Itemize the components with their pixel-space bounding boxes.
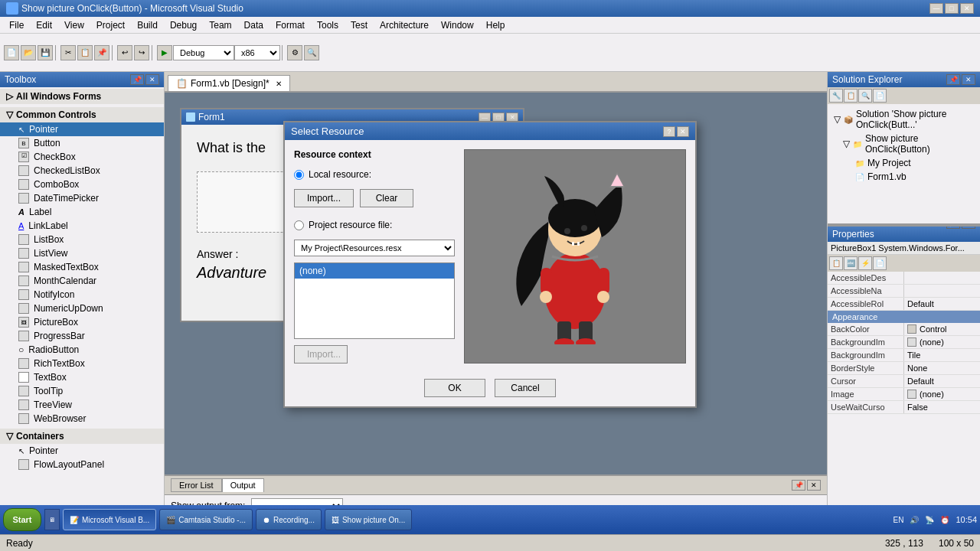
toolbar-save[interactable]: 💾: [38, 45, 53, 60]
debug-combo[interactable]: Debug: [173, 45, 234, 60]
toolbox-container-pointer[interactable]: ↖ Pointer: [0, 444, 164, 458]
toolbox-radiobutton[interactable]: ○ RadioButton: [0, 343, 164, 357]
start-button[interactable]: Start: [3, 508, 41, 531]
toolbox-maskedtextbox[interactable]: MaskedTextBox: [0, 260, 164, 274]
props-catview[interactable]: 📋: [829, 256, 843, 270]
import-button-2[interactable]: Import...: [294, 345, 348, 364]
toolbar-paste[interactable]: 📌: [94, 45, 109, 60]
resource-list[interactable]: (none): [294, 262, 455, 339]
se-btn1[interactable]: 🔧: [829, 89, 843, 103]
toolbox-textbox[interactable]: TextBox: [0, 370, 164, 384]
toolbox-close[interactable]: ✕: [145, 74, 159, 85]
toolbox-picturebox[interactable]: 🖼 PictureBox: [0, 315, 164, 329]
ok-button[interactable]: OK: [424, 379, 485, 397]
toolbox-treeview[interactable]: TreeView: [0, 398, 164, 412]
import-button-1[interactable]: Import...: [294, 189, 354, 207]
toolbox-datetimepicker[interactable]: DateTimePicker: [0, 191, 164, 205]
dialog-close-button[interactable]: ✕: [677, 126, 689, 137]
prop-image[interactable]: Image (none): [828, 388, 980, 401]
toolbox-listbox[interactable]: ListBox: [0, 233, 164, 246]
menu-test[interactable]: Test: [345, 18, 374, 32]
props-close[interactable]: ✕: [962, 225, 975, 229]
project-resource-radio[interactable]: [294, 220, 304, 230]
cancel-button[interactable]: Cancel: [495, 379, 556, 397]
resource-list-item[interactable]: (none): [295, 263, 454, 279]
prop-backgroundimage[interactable]: BackgroundIm (none): [828, 336, 980, 349]
toolbox-notifyicon[interactable]: NotifyIcon: [0, 288, 164, 302]
props-pin[interactable]: 📌: [946, 225, 960, 229]
toolbox-pointer[interactable]: ↖ Pointer: [0, 122, 164, 136]
prop-backcolor[interactable]: BackColor Control: [828, 323, 980, 336]
local-resource-radio[interactable]: [294, 170, 304, 180]
toolbar-extra1[interactable]: ⚙: [287, 45, 302, 60]
menu-project[interactable]: Project: [90, 18, 131, 32]
maximize-button[interactable]: □: [945, 3, 959, 14]
menu-help[interactable]: Help: [480, 18, 511, 32]
close-button[interactable]: ✕: [960, 3, 974, 14]
toolbox-label[interactable]: A Label: [0, 205, 164, 219]
toolbar-undo[interactable]: ↩: [117, 45, 132, 60]
toolbar-extra2[interactable]: 🔍: [304, 45, 319, 60]
menu-team[interactable]: Team: [203, 18, 237, 32]
prop-backgroundimagelayout[interactable]: BackgroundIm Tile: [828, 349, 980, 362]
props-proppage[interactable]: 📄: [873, 256, 887, 270]
taskbar-camtasia[interactable]: 🎬 Camtasia Studio -...: [159, 509, 253, 530]
toolbar-new[interactable]: 📄: [4, 45, 19, 60]
toolbox-webbrowser[interactable]: WebBrowser: [0, 412, 164, 425]
toolbox-linklabel[interactable]: A LinkLabel: [0, 219, 164, 233]
form-tab[interactable]: 📋 Form1.vb [Design]* ✕: [168, 75, 290, 91]
toolbox-tooltip[interactable]: ToolTip: [0, 384, 164, 398]
dialog-help-button[interactable]: ?: [663, 126, 675, 137]
title-buttons[interactable]: — □ ✕: [929, 3, 974, 14]
menu-data[interactable]: Data: [238, 18, 270, 32]
toolbar-open[interactable]: 📂: [21, 45, 36, 60]
output-tab[interactable]: Output: [222, 478, 264, 492]
se-pin[interactable]: 📌: [946, 74, 960, 85]
toolbar-run[interactable]: ▶: [157, 45, 172, 60]
menu-edit[interactable]: Edit: [30, 18, 58, 32]
menu-format[interactable]: Format: [270, 18, 311, 32]
error-list-tab[interactable]: Error List: [171, 478, 222, 492]
resource-dropdown[interactable]: My Project\Resources.resx: [294, 240, 455, 256]
platform-combo[interactable]: x86: [234, 45, 280, 60]
toolbox-combobox[interactable]: ComboBox: [0, 178, 164, 191]
menu-tools[interactable]: Tools: [311, 18, 345, 32]
toolbox-pin[interactable]: 📌: [130, 74, 144, 85]
prop-usewaitcursor[interactable]: UseWaitCurso False: [828, 401, 980, 414]
props-events[interactable]: ⚡: [858, 256, 872, 270]
containers-header[interactable]: ▽ Containers: [0, 429, 164, 444]
menu-view[interactable]: View: [58, 18, 90, 32]
se-btn2[interactable]: 📋: [844, 89, 858, 103]
output-close[interactable]: ✕: [807, 480, 821, 491]
menu-build[interactable]: Build: [131, 18, 164, 32]
form1-node[interactable]: 📄 Form1.vb: [831, 170, 977, 184]
tab-close-button[interactable]: ✕: [276, 80, 282, 88]
toolbox-richtextbox[interactable]: RichTextBox: [0, 357, 164, 370]
toolbar-redo[interactable]: ↪: [134, 45, 149, 60]
menu-file[interactable]: File: [3, 18, 30, 32]
toolbar-copy[interactable]: 📋: [77, 45, 93, 60]
minimize-button[interactable]: —: [929, 3, 943, 14]
toolbox-listview[interactable]: ListView: [0, 246, 164, 260]
solution-node[interactable]: ▽ 📦 Solution 'Show picture OnClick(Butt.…: [831, 107, 977, 132]
all-windows-forms-header[interactable]: ▷ All Windows Forms: [0, 89, 164, 104]
menu-architecture[interactable]: Architecture: [374, 18, 435, 32]
menu-window[interactable]: Window: [435, 18, 480, 32]
menu-debug[interactable]: Debug: [164, 18, 203, 32]
toolbox-checkedlistbox[interactable]: CheckedListBox: [0, 164, 164, 178]
taskbar-show-desktop[interactable]: 🖥: [44, 509, 60, 530]
clear-button[interactable]: Clear: [360, 189, 413, 207]
project-node[interactable]: ▽ 📁 Show picture OnClick(Button): [831, 132, 977, 156]
taskbar-recording[interactable]: ⏺ Recording...: [256, 509, 322, 530]
taskbar-showpicture[interactable]: 🖼 Show picture On...: [325, 509, 412, 530]
prop-cursor[interactable]: Cursor Default: [828, 375, 980, 388]
toolbox-button[interactable]: B Button: [0, 136, 164, 150]
props-alphaview[interactable]: 🔤: [844, 256, 858, 270]
se-btn3[interactable]: 🔍: [858, 89, 872, 103]
toolbox-monthcalendar[interactable]: MonthCalendar: [0, 274, 164, 288]
toolbox-progressbar[interactable]: ProgressBar: [0, 329, 164, 343]
se-close[interactable]: ✕: [962, 74, 975, 85]
prop-borderstyle[interactable]: BorderStyle None: [828, 362, 980, 375]
common-controls-header[interactable]: ▽ Common Controls: [0, 107, 164, 122]
toolbar-cut[interactable]: ✂: [60, 45, 76, 60]
